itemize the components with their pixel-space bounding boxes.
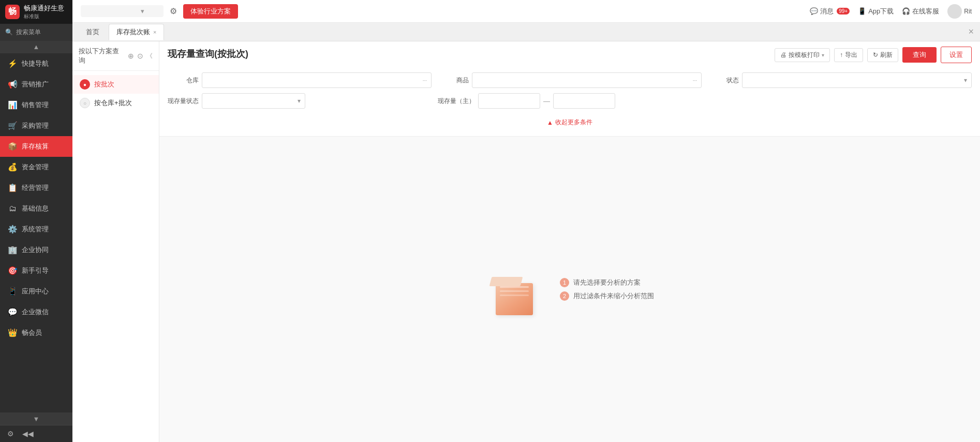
inventory-quantity-start[interactable] — [478, 93, 540, 109]
sales-icon: 📊 — [7, 100, 18, 110]
sidebar-item-inventory[interactable]: 📦 库存核算 — [0, 136, 72, 157]
topbar-dropdown-icon[interactable]: ▾ — [141, 7, 144, 15]
topbar-search-input[interactable] — [86, 8, 138, 15]
print-icon: 🖨 — [780, 51, 786, 58]
settings-plan-button[interactable]: ⊙ — [137, 52, 143, 61]
product-label: 商品 — [438, 76, 469, 85]
tip-num-2: 2 — [560, 291, 569, 301]
messages-icon: 💬 — [810, 7, 818, 15]
template-print-button[interactable]: 🖨 按模板打印 ▾ — [775, 48, 830, 62]
left-panel: 按以下方案查询 ⊕ ⊙ 《 ● 按批次 ○ 按仓库+批次 — [72, 41, 159, 442]
collapse-panel-button[interactable]: 《 — [146, 52, 153, 61]
plan-list: ● 按批次 ○ 按仓库+批次 — [72, 71, 159, 116]
topbar: ▾ ⚙ 体验行业方案 💬 消息 99+ 📱 App下载 🎧 在线客服 Rit — [72, 0, 980, 23]
sidebar-scroll-up[interactable]: ▲ — [0, 41, 72, 53]
sidebar-search[interactable]: 🔍 搜索菜单 — [0, 24, 72, 41]
filter-scheme-label: 按以下方案查询 — [79, 47, 124, 65]
empty-tip-2: 2 用过滤条件来缩小分析范围 — [560, 291, 654, 301]
sidebar-item-operations[interactable]: 📋 经营管理 — [0, 178, 72, 198]
tab-inventory-batch[interactable]: 库存批次账 × — [109, 24, 164, 40]
query-header: 现存量查询(按批次) 🖨 按模板打印 ▾ ↑ 导出 ↻ — [159, 41, 980, 72]
topbar-actions: 💬 消息 99+ 📱 App下载 🎧 在线客服 Rit — [810, 4, 972, 19]
status-arrow-icon: ▾ — [964, 77, 967, 84]
sidebar-scroll-down[interactable]: ▼ — [0, 412, 72, 425]
app-logo: 畅 — [5, 5, 20, 19]
inventory-status-select[interactable]: ▾ — [202, 93, 305, 109]
app-download-icon: 📱 — [858, 7, 866, 15]
page-title: 现存量查询(按批次) — [168, 48, 248, 60]
sidebar-item-sales[interactable]: 📊 销售管理 — [0, 95, 72, 115]
empty-state: 1 请先选择要分析的方案 2 用过滤条件来缩小分析范围 — [159, 137, 980, 442]
query-button[interactable]: 查询 — [902, 47, 937, 63]
user-profile[interactable]: Rit — [947, 4, 972, 19]
purchase-icon: 🛒 — [7, 121, 18, 130]
warehouse-label: 仓库 — [168, 76, 199, 85]
sidebar-item-system[interactable]: ⚙️ 系统管理 — [0, 219, 72, 240]
status-select[interactable]: ▾ — [742, 72, 972, 88]
sidebar-item-purchase[interactable]: 🛒 采购管理 — [0, 115, 72, 136]
sidebar-item-finance[interactable]: 💰 资金管理 — [0, 157, 72, 178]
search-icon: 🔍 — [5, 28, 13, 36]
plan-item-warehouse-batch[interactable]: ○ 按仓库+批次 — [72, 94, 159, 112]
sidebar-item-wechat[interactable]: 💬 企业微信 — [0, 302, 72, 322]
filter-section: 仓库 ··· 商品 ··· 状态 ▾ — [159, 72, 980, 137]
warehouse-input[interactable]: ··· — [202, 72, 432, 88]
basic-icon: 🗂 — [7, 204, 18, 213]
plan-icon-warehouse-batch: ○ — [80, 98, 90, 108]
export-button[interactable]: ↑ 导出 — [834, 48, 863, 62]
refresh-button[interactable]: ↻ 刷新 — [867, 48, 898, 62]
content-area: 按以下方案查询 ⊕ ⊙ 《 ● 按批次 ○ 按仓库+批次 — [72, 41, 980, 442]
sidebar-item-vip[interactable]: 👑 畅会员 — [0, 322, 72, 343]
tab-close-icon[interactable]: × — [153, 29, 156, 35]
settings-button[interactable]: 设置 — [941, 47, 972, 63]
sidebar-item-guide[interactable]: 🎯 新手引导 — [0, 260, 72, 281]
inventory-status-arrow-icon: ▾ — [298, 97, 301, 105]
topbar-search-area[interactable]: ▾ — [81, 5, 164, 17]
collapse-bar[interactable]: ▲ 收起更多条件 — [168, 114, 972, 131]
sidebar-item-marketing[interactable]: 📢 营销推广 — [0, 74, 72, 95]
app-title: 畅康通好生意 标准版 — [24, 4, 64, 20]
tabbar: 首页 库存批次账 × × — [72, 23, 980, 41]
settings-footer-icon[interactable]: ⚙ — [7, 430, 14, 438]
app-download-button[interactable]: 📱 App下载 — [858, 7, 894, 16]
vip-icon: 👑 — [7, 328, 18, 337]
product-input[interactable]: ··· — [472, 72, 702, 88]
plan-item-batch[interactable]: ● 按批次 — [72, 75, 159, 94]
sidebar-item-quick-nav[interactable]: ⚡ 快捷导航 — [0, 53, 72, 74]
messages-button[interactable]: 💬 消息 99+ — [810, 7, 850, 16]
add-plan-button[interactable]: ⊕ — [128, 52, 134, 61]
sidebar-item-apps[interactable]: 📱 应用中心 — [0, 281, 72, 302]
operations-icon: 📋 — [7, 183, 18, 193]
system-icon: ⚙️ — [7, 225, 18, 234]
plan-icon-batch: ● — [80, 79, 90, 90]
sidebar-footer: ⚙ ◀◀ — [0, 425, 72, 442]
refresh-icon: ↻ — [873, 51, 878, 58]
experience-button[interactable]: 体验行业方案 — [183, 4, 238, 19]
main-area: ▾ ⚙ 体验行业方案 💬 消息 99+ 📱 App下载 🎧 在线客服 Rit — [72, 0, 980, 442]
marketing-icon: 📢 — [7, 80, 18, 89]
online-service-button[interactable]: 🎧 在线客服 — [902, 7, 939, 16]
messages-badge: 99+ — [837, 8, 850, 14]
avatar[interactable] — [947, 4, 962, 19]
filter-dash: — — [543, 97, 550, 105]
finance-icon: 💰 — [7, 163, 18, 172]
print-dropdown-icon[interactable]: ▾ — [822, 52, 824, 58]
inventory-status-label: 现存量状态 — [168, 97, 199, 106]
status-filter-group: 状态 ▾ — [708, 72, 972, 88]
collapse-sidebar-icon[interactable]: ◀◀ — [22, 430, 34, 438]
empty-tip-1: 1 请先选择要分析的方案 — [560, 278, 654, 287]
tab-close-all-button[interactable]: × — [968, 26, 974, 37]
inventory-quantity-end[interactable] — [553, 93, 615, 109]
sidebar-nav: ⚡ 快捷导航 📢 营销推广 📊 销售管理 🛒 采购管理 📦 库存核算 💰 资金管… — [0, 53, 72, 412]
empty-box-body — [496, 283, 533, 315]
inventory-status-group: 现存量状态 ▾ — [168, 93, 432, 109]
topbar-settings-icon[interactable]: ⚙ — [170, 6, 177, 16]
right-panel: 现存量查询(按批次) 🖨 按模板打印 ▾ ↑ 导出 ↻ — [159, 41, 980, 442]
sidebar-item-basic[interactable]: 🗂 基础信息 — [0, 198, 72, 219]
sidebar-item-enterprise[interactable]: 🏢 企业协同 — [0, 240, 72, 260]
tab-home[interactable]: 首页 — [79, 24, 107, 40]
warehouse-dots: ··· — [423, 78, 427, 83]
empty-tips: 1 请先选择要分析的方案 2 用过滤条件来缩小分析范围 — [560, 278, 654, 301]
wechat-icon: 💬 — [7, 307, 18, 317]
collapse-icon: ▲ — [547, 119, 553, 126]
